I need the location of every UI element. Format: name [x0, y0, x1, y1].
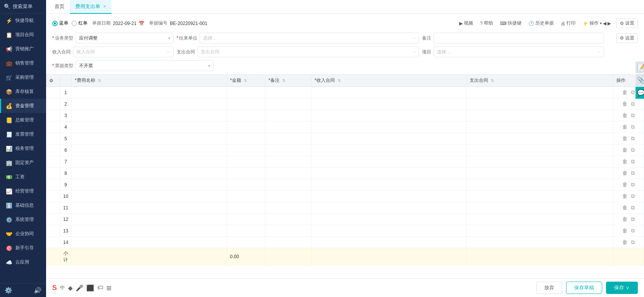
row-note-cell[interactable]	[265, 87, 311, 98]
th-expense-name[interactable]: *费用名称 ⇅	[71, 75, 227, 87]
row-expense-name-cell[interactable]	[71, 110, 227, 121]
sidebar-item-system-mgmt[interactable]: ⚙️ 系统管理	[0, 212, 46, 227]
row-income-contract-cell[interactable]	[311, 121, 466, 133]
more-btn[interactable]: ⚡ 操作 ▾ ◀ ▶	[581, 19, 613, 27]
row-copy-icon[interactable]: ⧉	[631, 89, 635, 95]
row-copy-icon[interactable]: ⧉	[631, 227, 635, 234]
row-copy-icon[interactable]: ⧉	[631, 193, 635, 199]
income-contract-ellipsis[interactable]: ···	[167, 50, 170, 54]
footer-icon-zh[interactable]: 中	[60, 284, 65, 291]
row-expense-contract-cell[interactable]	[467, 202, 613, 214]
sidebar-item-salary[interactable]: 💵 工资	[0, 170, 46, 184]
row-income-contract-cell[interactable]	[311, 179, 466, 191]
sidebar-item-quick-nav[interactable]: ⚡ 快捷导航	[0, 13, 46, 28]
row-income-contract-cell[interactable]	[311, 168, 466, 179]
row-amount-cell[interactable]	[227, 110, 265, 121]
row-delete-icon[interactable]: 🗑	[622, 193, 627, 199]
row-expense-contract-cell[interactable]	[467, 144, 613, 156]
row-note-cell[interactable]	[265, 237, 311, 248]
row-note-cell[interactable]	[265, 133, 311, 144]
row-income-contract-cell[interactable]	[311, 133, 466, 144]
row-expense-name-cell[interactable]	[71, 87, 227, 98]
sidebar-item-enterprise-collab[interactable]: 🤝 企业协同	[0, 227, 46, 241]
row-expense-contract-cell[interactable]	[467, 121, 613, 133]
row-note-cell[interactable]	[265, 191, 311, 202]
row-expense-name-cell[interactable]	[71, 168, 227, 179]
row-delete-icon[interactable]: 🗑	[622, 158, 627, 164]
footer-icon-square[interactable]: ⬛	[86, 284, 94, 292]
th-amount[interactable]: *金额 ⇅	[227, 75, 265, 87]
th-settings[interactable]: ⚙	[46, 75, 60, 87]
sidebar-item-sales-mgmt[interactable]: 💼 销售管理	[0, 56, 46, 70]
row-amount-cell[interactable]	[227, 191, 265, 202]
help-btn[interactable]: ? 帮助	[478, 19, 495, 27]
row-expense-name-cell[interactable]	[71, 225, 227, 237]
nav-prev-icon[interactable]: ◀	[603, 21, 606, 26]
sidebar-item-tax-mgmt[interactable]: 📊 税务管理	[0, 141, 46, 156]
tab-expense[interactable]: 费用支出单 ×	[70, 0, 111, 14]
row-delete-icon[interactable]: 🗑	[622, 135, 627, 141]
row-income-contract-cell[interactable]	[311, 202, 466, 214]
row-amount-cell[interactable]	[227, 133, 265, 144]
row-copy-icon[interactable]: ⧉	[631, 216, 635, 222]
row-copy-icon[interactable]: ⧉	[631, 124, 635, 130]
row-note-cell[interactable]	[265, 121, 311, 133]
nav-next-icon[interactable]: ▶	[608, 21, 611, 26]
row-copy-icon[interactable]: ⧉	[631, 158, 635, 164]
row-note-cell[interactable]	[265, 110, 311, 121]
row-amount-cell[interactable]	[227, 87, 265, 98]
footer-icon-mic[interactable]: 🎤	[76, 284, 83, 292]
blue-bill-radio[interactable]: 蓝单	[52, 20, 68, 27]
tab-home[interactable]: 首页	[49, 0, 70, 14]
sidebar-item-marketing[interactable]: 📢 营销推广	[0, 42, 46, 56]
business-type-select[interactable]: 应付调整 ▾	[76, 33, 174, 43]
th-note[interactable]: *备注 ⇅	[265, 75, 311, 87]
shortcut-btn[interactable]: ⌨ 快捷键	[498, 19, 523, 27]
row-amount-cell[interactable]	[227, 225, 265, 237]
row-expense-name-cell[interactable]	[71, 179, 227, 191]
history-btn[interactable]: 🕐 历史单据	[527, 19, 555, 27]
row-expense-contract-cell[interactable]	[467, 156, 613, 168]
row-amount-cell[interactable]	[227, 144, 265, 156]
row-copy-icon[interactable]: ⧉	[631, 147, 635, 153]
footer-icon-grid[interactable]: ⊞	[106, 284, 111, 292]
edge-btn-note[interactable]: 📝	[636, 61, 644, 73]
sidebar-item-new-guide[interactable]: 🎯 新手引导	[0, 241, 46, 255]
row-delete-icon[interactable]: 🗑	[622, 227, 627, 234]
income-contract-input[interactable]: 收入合同 ···	[73, 46, 174, 57]
row-note-cell[interactable]	[265, 214, 311, 225]
red-bill-radio[interactable]: 红单	[71, 20, 88, 27]
row-copy-icon[interactable]: ⧉	[631, 204, 635, 211]
row-note-cell[interactable]	[265, 202, 311, 214]
row-amount-cell[interactable]	[227, 121, 265, 133]
row-income-contract-cell[interactable]	[311, 225, 466, 237]
row-amount-cell[interactable]	[227, 237, 265, 248]
row-expense-contract-cell[interactable]	[467, 237, 613, 248]
calendar-icon[interactable]: 📅	[139, 21, 144, 26]
video-btn[interactable]: ▶ 视频	[458, 19, 475, 27]
row-delete-icon[interactable]: 🗑	[622, 101, 627, 107]
row-income-contract-cell[interactable]	[311, 98, 466, 110]
row-expense-name-cell[interactable]	[71, 121, 227, 133]
row-amount-cell[interactable]	[227, 214, 265, 225]
row-income-contract-cell[interactable]	[311, 87, 466, 98]
settings-icon[interactable]: ⚙️	[5, 287, 12, 294]
save-draft-button[interactable]: 保存草稿	[566, 282, 602, 294]
row-expense-name-cell[interactable]	[71, 144, 227, 156]
row-expense-name-cell[interactable]	[71, 202, 227, 214]
row-income-contract-cell[interactable]	[311, 144, 466, 156]
project-input[interactable]: 选择... ···	[434, 46, 604, 57]
row-note-cell[interactable]	[265, 144, 311, 156]
footer-icon-diamond[interactable]: ◆	[68, 284, 73, 292]
partner-ellipsis[interactable]: ···	[412, 36, 416, 40]
row-copy-icon[interactable]: ⧉	[631, 135, 635, 141]
row-amount-cell[interactable]	[227, 98, 265, 110]
sidebar-item-basic-info[interactable]: ℹ️ 基础信息	[0, 198, 46, 212]
sidebar-search[interactable]: 🔍 搜索菜单	[0, 0, 46, 13]
row-delete-icon[interactable]: 🗑	[622, 124, 627, 130]
row-amount-cell[interactable]	[227, 156, 265, 168]
row-delete-icon[interactable]: 🗑	[622, 216, 627, 222]
row-expense-name-cell[interactable]	[71, 214, 227, 225]
row-expense-name-cell[interactable]	[71, 98, 227, 110]
abandon-button[interactable]: 放弃	[536, 282, 562, 294]
